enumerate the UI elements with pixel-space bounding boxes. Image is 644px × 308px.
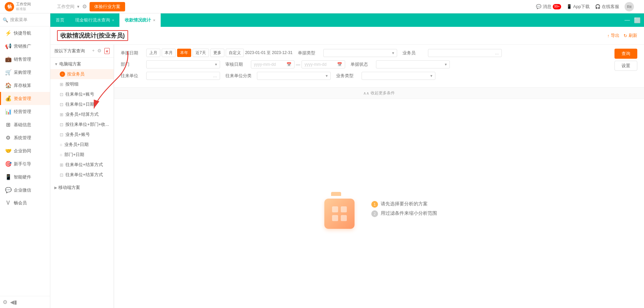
scheme-item-unit-settle2[interactable]: ⊡ 往来单位+结算方式 [50, 170, 114, 180]
tab-receivables[interactable]: 收款情况统计 × [119, 13, 160, 27]
app-download-btn[interactable]: 📱 App下载 [567, 4, 590, 10]
filter-row-2: 部门 ▾ 审核日期 yyyy-mm-dd 📅 [121, 60, 637, 68]
scheme-unit-settle2-label: 往来单位+结算方式 [65, 172, 103, 178]
doctype-select[interactable]: ▾ [323, 49, 397, 57]
query-button[interactable]: 查询 [614, 49, 637, 59]
empty-state: 1 请先选择要分析的方案 2 用过滤条件来缩小分析范围 [114, 99, 644, 308]
robot-body [324, 199, 355, 229]
sidebar-item-purchase[interactable]: 🛒 采购管理 [0, 66, 50, 79]
scheme-desktop-header[interactable]: ▼ 电脑端方案 [50, 59, 114, 69]
tab-home[interactable]: 首页 [50, 13, 70, 27]
sidebar-item-finance[interactable]: 💰 资金管理 [0, 92, 50, 105]
marketing-label: 营销推广 [14, 43, 31, 49]
scheme-settings-icon[interactable]: ⚙ [97, 48, 102, 54]
docstatus-select[interactable]: ▾ [376, 60, 450, 68]
scheme-mobile-header[interactable]: ▶ 移动端方案 [50, 183, 114, 193]
online-service-btn[interactable]: 🎧 在线客服 [595, 4, 619, 10]
sidebar-item-sysadmin[interactable]: ⚙ 系统管理 [0, 131, 50, 144]
sidebar-item-inventory[interactable]: 🏠 库存核算 [0, 79, 50, 92]
collapse-bar[interactable]: ∧∧ 收起更多条件 [114, 88, 644, 99]
sidebar-item-hardware[interactable]: 📱 智能硬件 [0, 170, 50, 184]
page-header: 收款情况统计(按业务员) ↑ 导出 ↻ 刷新 [50, 27, 644, 45]
salesman-select[interactable]: … [428, 49, 502, 57]
date-btn-this-month[interactable]: 本月 [162, 49, 176, 57]
scheme-sidebar: 按以下方案查询 + ⚙ « ▼ 电脑端方案 [50, 45, 114, 308]
tab-cashflow[interactable]: 现金银行流水查询 × [70, 13, 119, 27]
newguide-label: 新手引导 [14, 161, 31, 167]
sidebar-settings-btn[interactable]: ⚙ [3, 299, 7, 305]
date-btn-more[interactable]: 更多 [210, 49, 224, 57]
sidebar-item-newguide[interactable]: 🎯 新手引导 [0, 157, 50, 170]
sidebar-item-weixin[interactable]: 💬 企业微信 [0, 184, 50, 197]
review-date-to-text: yyyy-mm-dd [305, 62, 326, 67]
sidebar-item-basicinfo[interactable]: ⊞ 基础信息 [0, 118, 50, 131]
search-icon: 🔍 [3, 17, 8, 22]
tab-bar: 首页 现金银行流水查询 × 收款情况统计 × — ⬜ [50, 13, 644, 27]
dept-select[interactable]: ▾ [146, 60, 220, 68]
search-menu-item[interactable]: 🔍 搜索菜单 [0, 13, 50, 27]
scheme-item-unit-settle1[interactable]: ⊞ 往来单位+结算方式 [50, 160, 114, 170]
counterparty-select[interactable]: … [146, 72, 220, 80]
sidebar-item-quicknav[interactable]: ⚡ 快捷导航 [0, 27, 50, 40]
workspace-arrow-icon[interactable]: ▾ [77, 4, 79, 9]
scheme-collapse-icon[interactable]: « [104, 48, 110, 54]
date-btn-custom[interactable]: 自定义 [226, 49, 244, 57]
scheme-detail-icon: ⊞ [60, 82, 63, 87]
review-date-from[interactable]: yyyy-mm-dd 📅 [251, 60, 294, 68]
scheme-salesman-settle-label: 业务员+结算方式 [65, 111, 99, 117]
date-btn-7days[interactable]: 近7天 [193, 49, 209, 57]
filter-row-3: 往来单位 … 往来单位分类 ▾ [121, 72, 637, 80]
scheme-unit-date-label: 往来单位+日期 [65, 101, 94, 107]
hardware-label: 智能硬件 [14, 174, 31, 180]
scheme-item-dept-date[interactable]: ○ 部门+日期 [50, 150, 114, 160]
review-date-to[interactable]: yyyy-mm-dd 📅 [302, 60, 345, 68]
review-date-label: 审核日期 [225, 61, 246, 67]
scheme-add-icon[interactable]: + [92, 48, 95, 54]
review-date-from-text: yyyy-mm-dd [254, 62, 276, 67]
scheme-item-salesman-date[interactable]: ○ 业务员+日期 [50, 140, 114, 150]
scheme-item-unit-account[interactable]: ⊡ 往来单位+账号 [50, 89, 114, 99]
counterparty-field-group: … [146, 72, 220, 80]
hardware-icon: 📱 [5, 174, 11, 180]
settings-gear-icon[interactable]: ⚙ [82, 3, 87, 10]
message-btn[interactable]: 💬 消息 99+ [536, 4, 561, 10]
date-btn-last-month[interactable]: 上月 [146, 49, 160, 57]
calendar-from-icon: 📅 [286, 62, 291, 67]
date-btn-this-year[interactable]: 本年 [177, 49, 191, 57]
sidebar-item-operations[interactable]: 📊 经营管理 [0, 105, 50, 118]
scheme-item-salesman-account[interactable]: ⊡ 业务员+账号 [50, 130, 114, 140]
quicknav-label: 快捷导航 [14, 30, 31, 36]
scheme-item-unit-dept[interactable]: ⊡ 按往来单位+部门+收... [50, 119, 114, 130]
biztype-select[interactable]: ▾ [362, 72, 435, 80]
user-name: Rit [627, 5, 631, 9]
scheme-item-detail[interactable]: ⊞ 按明细 [50, 79, 114, 89]
salesman-dots[interactable]: … [495, 51, 499, 55]
weixin-label: 企业微信 [14, 187, 31, 193]
sidebar-item-member[interactable]: V 畅会员 [0, 197, 50, 209]
download-icon: 📱 [567, 4, 572, 9]
weixin-icon: 💬 [5, 187, 11, 193]
tab-receivables-close[interactable]: × [153, 18, 155, 22]
tab-cashflow-close[interactable]: × [112, 18, 114, 22]
scheme-item-salesman-settle[interactable]: ⊞ 业务员+结算方式 [50, 109, 114, 119]
scheme-item-unit-date[interactable]: ⊡ 往来单位+日期 [50, 99, 114, 109]
tab-maximize-btn[interactable]: ⬜ [634, 17, 641, 23]
trial-button[interactable]: 体验行业方案 [90, 2, 125, 11]
collab-icon: 🤝 [5, 148, 11, 154]
empty-text-list: 1 请先选择要分析的方案 2 用过滤条件来缩小分析范围 [371, 201, 437, 220]
counterparty-dots[interactable]: … [213, 73, 217, 78]
desktop-group-label: 电脑端方案 [59, 61, 81, 67]
search-menu-label: 搜索菜单 [10, 17, 28, 23]
sidebar-collapse-btn[interactable]: ◀▮ [10, 299, 17, 305]
refresh-btn[interactable]: ↻ 刷新 [624, 33, 637, 39]
filter-settings-button[interactable]: 设置 [614, 61, 637, 71]
scheme-item-salesman[interactable]: ○ 按业务员 [50, 69, 114, 79]
sidebar-item-marketing[interactable]: 📢 营销推广 [0, 40, 50, 53]
counterparty-type-select[interactable]: ▾ [257, 72, 331, 80]
user-avatar[interactable]: Rit [625, 2, 634, 11]
sidebar-item-collab[interactable]: 🤝 企业协同 [0, 144, 50, 157]
tab-minimize-btn[interactable]: — [625, 17, 630, 23]
top-bar: 畅 工作空间 标准版 工作空间 ▾ ⚙ 体验行业方案 💬 消息 99+ 📱 Ap… [0, 0, 644, 13]
sidebar-item-sales[interactable]: 💼 销售管理 [0, 53, 50, 66]
export-btn[interactable]: ↑ 导出 [607, 33, 620, 39]
